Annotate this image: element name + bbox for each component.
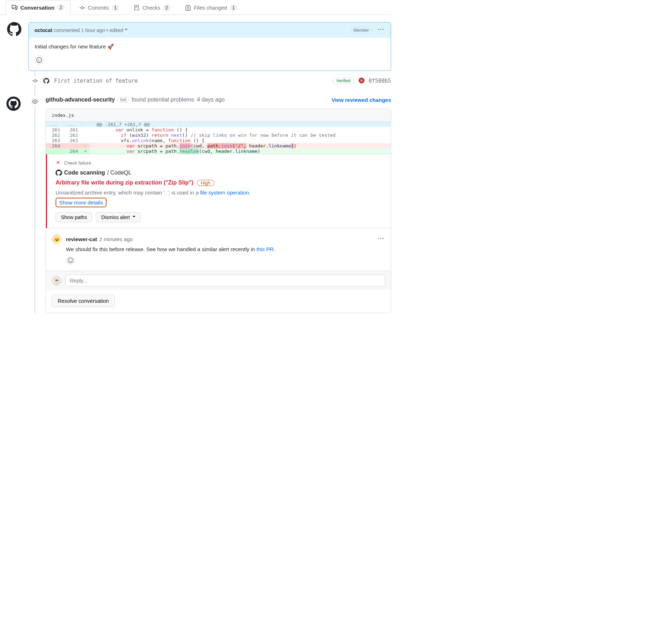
scanner-suffix: / CodeQL: [107, 170, 131, 176]
bot-badge: bot: [118, 97, 129, 103]
avatar[interactable]: ☕: [52, 276, 62, 286]
kebab-icon: [378, 236, 384, 242]
commit-message[interactable]: First iteration of feature: [54, 78, 138, 84]
caret-down-icon: [133, 216, 135, 219]
diff-filename[interactable]: index.js: [46, 109, 391, 122]
code-scanning-alert: Check failure Code scanning / CodeQL Arb…: [46, 154, 391, 228]
pr-link[interactable]: this PR: [256, 246, 274, 252]
timeline: octocat commented 1 hour ago • edited Me…: [0, 15, 391, 313]
github-mark-icon: [56, 170, 62, 176]
role-badge: Member: [350, 27, 372, 34]
tab-checks-label: Checks: [142, 5, 160, 11]
reaction-button[interactable]: [66, 256, 75, 265]
tab-files-label: Files changed: [194, 5, 227, 11]
comment-row: octocat commented 1 hour ago • edited Me…: [0, 22, 391, 71]
status-x-icon[interactable]: [359, 78, 364, 84]
severity-badge: High: [197, 180, 214, 186]
commit-badge: [31, 77, 40, 85]
x-icon: [56, 160, 61, 166]
resolve-conversation-button[interactable]: Resolve conversation: [52, 295, 115, 307]
comment-author[interactable]: octocat: [35, 27, 52, 33]
reply-input[interactable]: [65, 275, 385, 286]
diff-table: ... ... @@ -261,7 +261,7 @@ 261261 var o…: [46, 122, 391, 154]
check-failure-label: Check failure: [64, 160, 91, 166]
pr-tabs: Conversation 2 Commits 1 Checks 2 Files …: [0, 0, 391, 15]
commit-row: First iteration of feature Verified 0f50…: [0, 71, 391, 91]
edited-caret-icon[interactable]: [125, 29, 128, 32]
kebab-menu[interactable]: [377, 234, 385, 244]
comment-discussion-icon: [12, 5, 17, 10]
dismiss-alert-button[interactable]: Dismiss alert: [96, 212, 141, 222]
alert-desc-link[interactable]: file system operation: [200, 189, 249, 196]
tab-commits[interactable]: Commits 1: [73, 0, 125, 15]
git-commit-icon: [32, 78, 38, 84]
octocat-icon: [7, 22, 21, 36]
scanner-name: Code scanning: [64, 170, 105, 176]
comment-box: octocat commented 1 hour ago • edited Me…: [28, 22, 391, 71]
alert-description: Unsanitized archive entry, which may con…: [56, 189, 385, 196]
comment-action: commented: [54, 27, 80, 33]
tab-checks-count: 2: [163, 4, 170, 11]
smiley-icon: [36, 57, 42, 63]
hunk-header: @@ -261,7 +261,7 @@: [89, 122, 391, 127]
tab-files-count: 1: [230, 4, 237, 11]
avatar[interactable]: [42, 77, 51, 85]
eye-icon: [32, 99, 38, 104]
show-paths-button[interactable]: Show paths: [56, 212, 92, 222]
comment-edited[interactable]: edited: [109, 27, 123, 33]
reaction-button[interactable]: [35, 56, 44, 65]
tab-conversation-count: 2: [57, 4, 64, 11]
tab-conversation[interactable]: Conversation 2: [6, 0, 71, 15]
review-eye-badge: [30, 97, 40, 107]
review-author[interactable]: github-advanced-security: [46, 97, 115, 103]
octocat-icon: [43, 78, 49, 84]
thread-comment-body: We should fix this before release. See h…: [66, 246, 385, 252]
comment-text: Initial changes for new feature 🚀: [35, 43, 385, 50]
file-diff-icon: [185, 5, 191, 11]
tab-commits-count: 1: [112, 4, 119, 11]
show-more-details-link[interactable]: Show more details: [56, 198, 107, 207]
commit-sha[interactable]: 0f500b5: [369, 78, 391, 84]
git-commit-icon: [79, 5, 85, 11]
avatar[interactable]: [6, 97, 21, 111]
avatar[interactable]: 🐱: [52, 234, 62, 244]
thread-comment: 🐱 reviewer-cat 2 minutes ago We should f…: [46, 228, 391, 271]
review-action: found potential problems: [131, 97, 194, 103]
review-row: github-advanced-security bot found poten…: [0, 91, 391, 103]
github-mark-icon: [9, 99, 19, 109]
smiley-icon: [68, 258, 73, 263]
view-changes-link[interactable]: View reviewed changes: [332, 97, 391, 103]
review-timestamp[interactable]: 4 days ago: [197, 97, 225, 103]
thread-comment-author[interactable]: reviewer-cat: [66, 236, 97, 242]
tab-conversation-label: Conversation: [20, 5, 55, 11]
reply-bar: ☕: [46, 271, 391, 290]
comment-body: Initial changes for new feature 🚀: [29, 38, 391, 71]
tab-commits-label: Commits: [88, 5, 109, 11]
avatar[interactable]: [7, 22, 21, 36]
kebab-menu[interactable]: [377, 25, 385, 35]
review-thread: index.js ... ... @@ -261,7 +261,7 @@ 261…: [46, 109, 391, 313]
resolve-bar: Resolve conversation: [46, 290, 391, 313]
comment-header: octocat commented 1 hour ago • edited Me…: [29, 22, 391, 38]
kebab-icon: [378, 27, 384, 32]
comment-timestamp[interactable]: 1 hour ago: [81, 27, 105, 33]
tab-files[interactable]: Files changed 1: [179, 0, 243, 15]
tab-checks[interactable]: Checks 2: [128, 0, 176, 15]
verified-badge[interactable]: Verified: [332, 78, 354, 84]
alert-title[interactable]: Arbitrary file write during zip extracti…: [56, 180, 193, 186]
checklist-icon: [134, 5, 140, 11]
thread-comment-timestamp[interactable]: 2 minutes ago: [99, 236, 133, 242]
